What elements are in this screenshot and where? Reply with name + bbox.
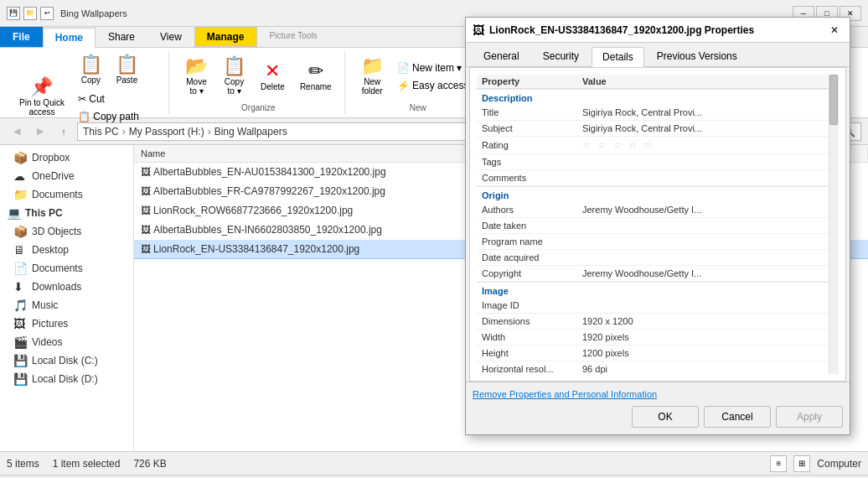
cancel-button[interactable]: Cancel	[704, 406, 771, 428]
prop-row-copyright: Copyright Jeremy Woodhouse/Getty I...	[477, 266, 829, 282]
prop-value-program-name[interactable]	[577, 239, 829, 244]
remove-properties-link[interactable]: Remove Properties and Personal Informati…	[473, 389, 843, 399]
prop-row-horizontal-res: Horizontal resol... 96 dpi	[477, 361, 829, 374]
prop-name-copyright: Copyright	[477, 266, 577, 281]
prop-scroll-container: Property Value Description Title Sigiriy…	[477, 75, 839, 374]
prop-name-horizontal-res: Horizontal resol...	[477, 361, 577, 374]
prop-row-title: Title Sigiriya Rock, Central Provi...	[477, 105, 829, 121]
prop-name-rating: Rating	[477, 138, 577, 153]
prop-row-subject: Subject Sigiriya Rock, Central Provi...	[477, 121, 829, 137]
prop-row-comments: Comments	[477, 170, 829, 186]
prop-value-title[interactable]: Sigiriya Rock, Central Provi...	[577, 105, 829, 120]
scroll-thumb[interactable]	[829, 75, 838, 125]
prop-table-body[interactable]: Description Title Sigiriya Rock, Central…	[477, 89, 839, 374]
prop-row-authors: Authors Jeremy Woodhouse/Getty I...	[477, 202, 829, 218]
tab-general[interactable]: General	[473, 46, 530, 66]
dialog-title: LionRock_EN-US3384136847_1920x1200.jpg P…	[489, 24, 821, 36]
dialog-close-button[interactable]: ✕	[826, 23, 843, 38]
ok-button[interactable]: OK	[632, 406, 699, 428]
prop-row-height: Height 1200 pixels	[477, 346, 829, 361]
dialog-buttons: OK Cancel Apply	[473, 406, 843, 428]
prop-name-width: Width	[477, 330, 577, 345]
tab-security[interactable]: Security	[532, 46, 590, 66]
prop-row-width: Width 1920 pixels	[477, 330, 829, 346]
prop-row-tags: Tags	[477, 154, 829, 170]
prop-name-authors: Authors	[477, 202, 577, 217]
prop-name-image-id: Image ID	[477, 298, 577, 313]
tab-previous-versions[interactable]: Previous Versions	[646, 46, 748, 66]
prop-row-date-acquired: Date acquired	[477, 250, 829, 266]
prop-name-dimensions: Dimensions	[477, 314, 577, 329]
apply-button[interactable]: Apply	[776, 406, 843, 428]
prop-name-comments: Comments	[477, 170, 577, 185]
prop-value-image-id[interactable]	[577, 303, 829, 308]
section-image: Image	[477, 282, 829, 298]
prop-value-rating[interactable]: ☆ ☆ ☆ ☆ ☆	[577, 137, 829, 153]
col-property: Property	[482, 76, 582, 86]
dialog-body: Property Value Description Title Sigiriy…	[469, 67, 846, 382]
dialog-titlebar: 🖼 LionRock_EN-US3384136847_1920x1200.jpg…	[466, 18, 850, 43]
prop-name-subject: Subject	[477, 121, 577, 136]
prop-row-rating: Rating ☆ ☆ ☆ ☆ ☆	[477, 137, 829, 154]
prop-value-dimensions[interactable]: 1920 x 1200	[577, 314, 829, 329]
prop-value-date-taken[interactable]	[577, 223, 829, 228]
dialog-tabs: General Security Details Previous Versio…	[466, 43, 850, 67]
section-origin: Origin	[477, 186, 829, 202]
prop-row-image-id: Image ID	[477, 298, 829, 314]
prop-name-program-name: Program name	[477, 234, 577, 249]
prop-value-copyright[interactable]: Jeremy Woodhouse/Getty I...	[577, 266, 829, 281]
col-value: Value	[582, 76, 834, 86]
prop-value-date-acquired[interactable]	[577, 255, 829, 260]
dialog-footer: Remove Properties and Personal Informati…	[466, 382, 850, 434]
prop-name-tags: Tags	[477, 154, 577, 169]
scroll-track[interactable]	[829, 75, 839, 374]
prop-row-program-name: Program name	[477, 234, 829, 250]
prop-row-date-taken: Date taken	[477, 218, 829, 234]
prop-name-title: Title	[477, 105, 577, 120]
tab-details[interactable]: Details	[592, 47, 644, 67]
dialog-overlay: 🖼 LionRock_EN-US3384136847_1920x1200.jpg…	[0, 0, 868, 478]
prop-value-horizontal-res[interactable]: 96 dpi	[577, 361, 829, 374]
prop-value-tags[interactable]	[577, 159, 829, 164]
section-description: Description	[477, 89, 829, 105]
prop-name-date-taken: Date taken	[477, 218, 577, 233]
prop-row-dimensions: Dimensions 1920 x 1200	[477, 314, 829, 330]
prop-value-subject[interactable]: Sigiriya Rock, Central Provi...	[577, 121, 829, 136]
prop-value-comments[interactable]	[577, 175, 829, 180]
dialog-file-icon: 🖼	[473, 23, 484, 37]
rating-stars[interactable]: ☆ ☆ ☆ ☆ ☆	[582, 139, 654, 151]
prop-name-height: Height	[477, 346, 577, 361]
prop-name-date-acquired: Date acquired	[477, 250, 577, 265]
prop-value-authors[interactable]: Jeremy Woodhouse/Getty I...	[577, 202, 829, 217]
prop-value-height[interactable]: 1200 pixels	[577, 346, 829, 361]
prop-value-width[interactable]: 1920 pixels	[577, 330, 829, 345]
properties-dialog: 🖼 LionRock_EN-US3384136847_1920x1200.jpg…	[465, 17, 850, 435]
prop-table-header: Property Value	[477, 75, 839, 89]
